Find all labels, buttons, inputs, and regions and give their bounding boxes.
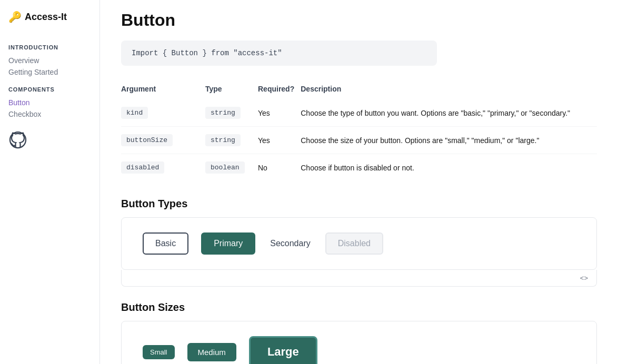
desc-kind: Choose the type of button you want. Opti… (301, 99, 597, 127)
required-kind: Yes (258, 99, 301, 127)
type-kind: string (205, 107, 241, 119)
basic-button[interactable]: Basic (143, 232, 188, 255)
code-toggle-icon[interactable]: <> (580, 274, 588, 282)
page-title: Button (121, 11, 597, 30)
button-sizes-title: Button Sizes (121, 301, 597, 314)
arg-kind: kind (121, 107, 148, 119)
button-sizes-demo-box: Small Medium Large (121, 321, 597, 364)
table-row: kind string Yes Choose the type of butto… (121, 99, 597, 127)
small-button[interactable]: Small (143, 345, 175, 359)
sidebar-link-getting-started[interactable]: Getting Started (8, 66, 91, 78)
table-row: disabled boolean No Choose if button is … (121, 154, 597, 181)
arg-disabled: disabled (121, 161, 164, 174)
type-disabled: boolean (205, 161, 245, 174)
table-header-required: Required? (258, 80, 301, 99)
large-button[interactable]: Large (249, 336, 317, 364)
sidebar-link-overview[interactable]: Overview (8, 55, 91, 66)
secondary-button[interactable]: Secondary (268, 234, 313, 254)
medium-button[interactable]: Medium (187, 343, 236, 361)
import-code-block: Import { Button } from "access-it" (121, 41, 437, 66)
table-header-type: Type (205, 80, 258, 99)
desc-buttonsize: Choose the size of your button. Options … (301, 127, 597, 154)
table-row: buttonSize string Yes Choose the size of… (121, 127, 597, 154)
props-table: Argument Type Required? Description kind… (121, 80, 597, 181)
table-header-description: Description (301, 80, 597, 99)
logo: 🔑 Access-It (8, 11, 91, 23)
sidebar-link-button[interactable]: Button (8, 97, 91, 108)
sidebar-section-components: COMPONENTS (8, 86, 91, 93)
button-types-demo-box: Basic Primary Secondary Disabled (121, 217, 597, 270)
table-header-argument: Argument (121, 80, 205, 99)
button-sizes-section: Button Sizes Small Medium Large <> (121, 301, 597, 364)
sidebar-section-introduction: INTRODUCTION (8, 44, 91, 50)
sidebar-link-checkbox[interactable]: Checkbox (8, 108, 91, 120)
disabled-button: Disabled (325, 232, 383, 255)
type-buttonsize: string (205, 134, 241, 146)
required-buttonsize: Yes (258, 127, 301, 154)
button-types-section: Button Types Basic Primary Secondary Dis… (121, 198, 597, 287)
main-content: Button Import { Button } from "access-it… (100, 0, 618, 364)
required-disabled: No (258, 154, 301, 181)
sidebar: 🔑 Access-It INTRODUCTION Overview Gettin… (0, 0, 100, 364)
desc-disabled: Choose if button is disabled or not. (301, 154, 597, 181)
arg-buttonsize: buttonSize (121, 134, 173, 146)
logo-icon: 🔑 (8, 11, 22, 23)
logo-text: Access-It (25, 12, 67, 23)
button-types-title: Button Types (121, 198, 597, 210)
button-types-demo-footer: <> (121, 270, 597, 287)
primary-button[interactable]: Primary (201, 232, 255, 255)
github-icon[interactable] (8, 130, 27, 149)
